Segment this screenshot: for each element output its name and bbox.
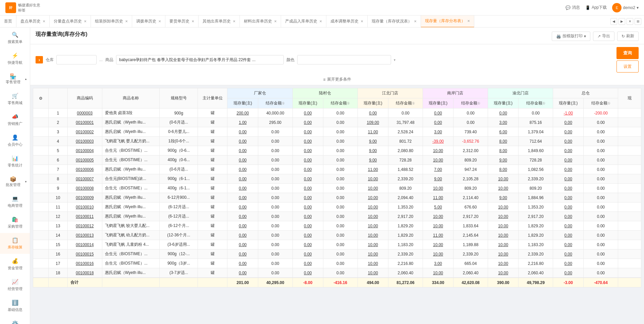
sidebar: 🔍 搜索英单 ⚡ 快捷导航 🏪 零售管理 ▲ 🛒 零售商城 📣 营销推广 👤 会… [0, 28, 30, 324]
sidebar-item-nav[interactable]: ⚡ 快捷导航 [0, 48, 30, 69]
settings-btn[interactable]: 设置 [616, 60, 639, 73]
query-btn[interactable]: 查询 [616, 47, 639, 59]
col-total-qty: 现存量(主) [553, 98, 584, 108]
avatar: E [612, 3, 622, 12]
data-table: ⚙ 商品编码 商品名称 规格型号 主计量单位 厂家仓 陆村仓 江北门店 南岸门店… [33, 88, 641, 287]
tab-next-btn[interactable]: ▶ [619, 18, 625, 25]
col-yubei-amt: 结存金额① [519, 98, 553, 108]
close-tab-icon[interactable]: ✕ [43, 19, 45, 23]
sidebar-item-retail-shop[interactable]: 🛒 零售商城 [0, 89, 30, 109]
sidebar-item-member[interactable]: 👤 会员中心 [0, 130, 30, 151]
sidebar-item-marketing[interactable]: 📣 营销推广 [0, 109, 30, 130]
close-tab-icon[interactable]: ✕ [361, 19, 363, 23]
sidebar-item-search[interactable]: 🔍 搜索英单 [0, 28, 30, 48]
tab-nav: ◀ ▶ ✕ ⊞ [608, 18, 644, 25]
close-tab-icon[interactable]: ✕ [467, 19, 470, 23]
sidebar-item-purchase[interactable]: 🛍️ 采购管理 [0, 212, 30, 233]
page-title: 现存量查询(库存分布) [36, 31, 88, 38]
sidebar-item-retail-manage[interactable]: 🏪 零售管理 ▲ [0, 69, 30, 89]
color-input[interactable] [297, 55, 391, 64]
wholesale-icon: 📦 [10, 176, 16, 182]
footer-row: 合计201.0040,295.00-8.00-416.16494.0081,27… [33, 278, 641, 287]
ops-icon: 📈 [12, 279, 18, 285]
tab-expand-btn[interactable]: ⊞ [635, 18, 641, 25]
table-row: 10000003爱他美 卤茶3段900g罐200.0040,000.000.00… [33, 108, 641, 118]
main-layout: 🔍 搜索英单 ⚡ 快捷导航 🏪 零售管理 ▲ 🛒 零售商城 📣 营销推广 👤 会… [0, 28, 644, 324]
col-settings-header[interactable]: ⚙ [33, 88, 49, 108]
info-icon: ① [542, 101, 545, 105]
sidebar-item-ops[interactable]: 📈 经营管理 [0, 275, 30, 295]
tab-close-all-btn[interactable]: ✕ [627, 18, 633, 25]
print-btn[interactable]: 🖨️ 按模版打印 ▾ [552, 32, 590, 41]
col-nanan-qty: 现存量(主) [423, 98, 453, 108]
tab-transfer[interactable]: 调拨单历史 ✕ [132, 15, 165, 28]
info-icon: ① [282, 101, 285, 105]
product-input[interactable] [116, 55, 284, 64]
tab-bar: 首页 盘点单历史 ✕ 分量盘点单历史 ✕ 组装拆卸单历史 ✕ 调拨单历史 ✕ 要… [0, 15, 644, 28]
retail-icon: 🏪 [10, 73, 16, 80]
sidebar-item-finance[interactable]: 💰 资金管理 [0, 254, 30, 275]
export-btn[interactable]: ↗ 导出 [593, 32, 614, 41]
close-tab-icon[interactable]: ✕ [274, 19, 277, 23]
tab-assemble[interactable]: 组装拆卸单历史 ✕ [91, 15, 132, 28]
close-tab-icon[interactable]: ✕ [158, 19, 161, 23]
expand-conditions-btn[interactable]: ≡ 展开更多条件 [323, 77, 351, 82]
warehouse-input[interactable] [56, 55, 97, 64]
tab-stock-dist[interactable]: 现存量（库存分布表） ✕ [421, 15, 474, 28]
table-row: 400100003飞鹤星飞帆 婴儿配方奶...1段(0-6个...罐0.000.… [33, 137, 641, 146]
close-tab-icon[interactable]: ✕ [233, 19, 235, 23]
message-btn[interactable]: 💬 消息 [566, 5, 580, 10]
top-bar-right: 💬 消息 📱 App下载 E demo2 ▾ [566, 3, 639, 12]
filter-toggle-btn[interactable]: › [36, 56, 43, 63]
tab-product-in[interactable]: 产成品入库单历史 ✕ [281, 15, 326, 28]
refresh-btn[interactable]: ↻ 刷新 [617, 32, 639, 41]
tab-home[interactable]: 首页 [0, 15, 16, 28]
col-spec-header: 规格型号 [160, 88, 198, 108]
sidebar-item-basic-info[interactable]: ℹ️ 基础信息 [0, 295, 30, 316]
table-container: ⚙ 商品编码 商品名称 规格型号 主计量单位 厂家仓 陆村仓 江北门店 南岸门店… [30, 85, 644, 324]
sidebar-item-label: 营销推广 [8, 121, 22, 126]
col-unit-header: 主计量单位 [198, 88, 227, 108]
sidebar-item-retail-stats[interactable]: 📊 零售统计 [0, 151, 30, 172]
sidebar-item-stock-check[interactable]: 📋 库存核算 [0, 233, 30, 254]
tab-cost-adjust[interactable]: 成本调整单历史 ✕ [326, 15, 368, 28]
arrow-down-icon: ▼ [24, 180, 27, 183]
sidebar-item-label: 批发管理 [6, 182, 20, 187]
col-jiangbei-amt: 结存金额① [388, 98, 423, 108]
sidebar-item-ecommerce[interactable]: 💻 电商管理 [0, 191, 30, 212]
col-changjiacao-qty: 现存量(主) [227, 98, 258, 108]
close-tab-icon[interactable]: ✕ [414, 19, 417, 23]
col-lucun-header: 陆村仓 [292, 88, 358, 98]
col-changjiacao-header: 厂家仓 [227, 88, 292, 98]
col-current-header: 现 [618, 88, 641, 108]
tab-sub-inventory[interactable]: 分量盘点单历史 ✕ [50, 15, 91, 28]
close-tab-icon[interactable]: ✕ [84, 19, 87, 23]
tab-inventory-single[interactable]: 盘点单历史 ✕ [16, 15, 50, 28]
close-tab-icon[interactable]: ✕ [319, 19, 322, 23]
sidebar-item-label: 零售统计 [8, 163, 22, 168]
sidebar-item-label: 基础信息 [8, 307, 22, 312]
stock-icon: 📋 [12, 237, 18, 243]
table-row: 1700100016合生元（BIOSTIME）...900g（3岁...罐0.0… [33, 259, 641, 268]
col-code-header: 商品编码 [67, 88, 102, 108]
sidebar-item-label: 经营管理 [8, 286, 22, 291]
tab-other-out[interactable]: 其他出库单历史 ✕ [199, 15, 240, 28]
sidebar-item-label: 搜索英单 [8, 39, 22, 44]
sidebar-item-system[interactable]: ⚙️ 系统管理 [0, 316, 30, 324]
top-bar-left: 好 畅捷通好生意 标签 [5, 2, 40, 13]
col-total-amt: 结存金额① [584, 98, 618, 108]
tab-requisition[interactable]: 要货单历史 ✕ [165, 15, 199, 28]
sidebar-item-wholesale[interactable]: 📦 批发管理 ▼ [0, 172, 30, 191]
tab-material-out[interactable]: 材料出库单历史 ✕ [240, 15, 281, 28]
table-row: 900100008合生元（BIOSTIME）...400g（6-1...罐0.0… [33, 184, 641, 193]
user-menu[interactable]: E demo2 ▾ [612, 3, 639, 12]
sidebar-item-label: 零售管理 [6, 80, 20, 85]
table-row: 1300100012飞鹤星飞帆 较大婴儿配...(6-12个月...罐0.000… [33, 221, 641, 231]
close-tab-icon[interactable]: ✕ [192, 19, 194, 23]
tab-stock-status[interactable]: 现存量（库存状况表） ✕ [368, 15, 421, 28]
gear-icon: ⚙️ [12, 320, 18, 324]
close-tab-icon[interactable]: ✕ [125, 19, 128, 23]
tab-prev-btn[interactable]: ◀ [610, 18, 617, 25]
app-download-btn[interactable]: 📱 App下载 [585, 5, 607, 10]
table-row: 1000100009惠氏启赋（Wyeth illu...6-12月900...罐… [33, 193, 641, 202]
